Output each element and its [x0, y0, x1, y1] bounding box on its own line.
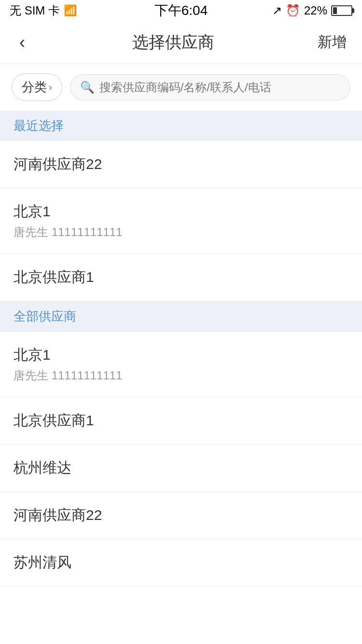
- supplier-name: 苏州清风: [14, 553, 348, 573]
- search-area: 分类 › 🔍: [0, 64, 362, 111]
- wifi-icon: 📶: [64, 4, 77, 17]
- list-item[interactable]: 北京1 唐先生 11111111111: [0, 332, 362, 397]
- list-item[interactable]: 北京1 唐先生 11111111111: [0, 188, 362, 254]
- supplier-name: 北京1: [14, 345, 348, 365]
- list-item[interactable]: 北京供应商1: [0, 254, 362, 301]
- list-item[interactable]: 河南供应商22: [0, 492, 362, 539]
- recent-items-list: 河南供应商22 北京1 唐先生 11111111111 北京供应商1: [0, 141, 362, 301]
- back-button[interactable]: ‹: [15, 28, 29, 56]
- category-label: 分类: [22, 79, 47, 96]
- add-button[interactable]: 新增: [318, 32, 347, 52]
- list-item[interactable]: 北京供应商1: [0, 397, 362, 445]
- recent-section-title: 最近选择: [14, 118, 64, 133]
- supplier-detail: 唐先生 11111111111: [14, 224, 348, 240]
- page-title: 选择供应商: [132, 31, 214, 54]
- carrier-text: 无 SIM 卡: [10, 3, 60, 18]
- nav-bar: ‹ 选择供应商 新增: [0, 21, 362, 64]
- chevron-right-icon: ›: [49, 82, 52, 93]
- search-icon: 🔍: [80, 81, 95, 94]
- supplier-name: 北京供应商1: [14, 411, 348, 431]
- location-icon: ↗: [272, 4, 282, 17]
- status-bar-right: ↗ ⏰ 22%: [272, 4, 352, 17]
- recent-section-header: 最近选择: [0, 111, 362, 141]
- all-section-header: 全部供应商: [0, 301, 362, 332]
- supplier-detail: 唐先生 11111111111: [14, 368, 348, 383]
- category-filter-button[interactable]: 分类 ›: [12, 73, 62, 101]
- supplier-name: 杭州维达: [14, 458, 348, 478]
- all-items-list: 北京1 唐先生 11111111111 北京供应商1 杭州维达 河南供应商22 …: [0, 332, 362, 587]
- list-item[interactable]: 杭州维达: [0, 445, 362, 492]
- battery-icon: [331, 5, 352, 16]
- status-bar-time: 下午6:04: [154, 1, 208, 20]
- all-section-title: 全部供应商: [14, 309, 76, 323]
- status-bar: 无 SIM 卡 📶 下午6:04 ↗ ⏰ 22%: [0, 0, 362, 21]
- battery-percentage: 22%: [304, 4, 327, 17]
- supplier-name: 河南供应商22: [14, 154, 348, 174]
- list-item[interactable]: 河南供应商22: [0, 141, 362, 188]
- battery-fill: [333, 7, 337, 14]
- status-bar-left: 无 SIM 卡 📶: [10, 3, 77, 18]
- supplier-name: 北京供应商1: [14, 267, 348, 287]
- supplier-name: 北京1: [14, 202, 348, 222]
- search-input[interactable]: [99, 81, 340, 94]
- alarm-icon: ⏰: [286, 4, 300, 17]
- list-item[interactable]: 苏州清风: [0, 539, 362, 587]
- supplier-name: 河南供应商22: [14, 505, 348, 525]
- search-box: 🔍: [70, 74, 350, 100]
